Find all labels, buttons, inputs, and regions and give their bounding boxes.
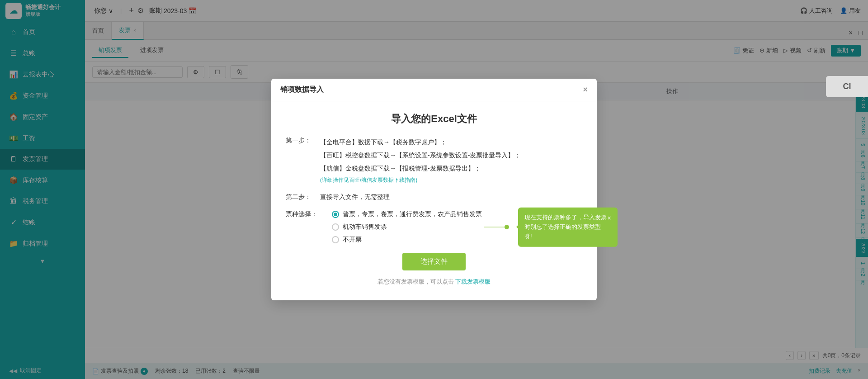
modal-title-body: 导入您的Excel文件 xyxy=(286,112,582,126)
step1-block: 第一步： 【全电平台】数据下载→【税务数字账户】； 【百旺】税控盘数据下载→【系… xyxy=(286,137,582,185)
modal-overlay: 销项数据导入 × 导入您的Excel文件 第一步： 【全电平台】数据下载→【税务… xyxy=(0,0,868,379)
radio-vehicle[interactable]: 机动车销售发票 × 现在支持的票种多了，导入发票时别忘了选择正确的发票类型呀! xyxy=(332,223,482,231)
radio-general-circle xyxy=(332,211,339,218)
tooltip-close[interactable]: × xyxy=(608,213,611,223)
modal-header: 销项数据导入 × xyxy=(271,79,597,101)
modal-footer-note: 若您没有发票模版，可以点击 下载发票模版 xyxy=(286,278,582,286)
modal-title-header: 销项数据导入 xyxy=(280,85,324,95)
select-file-button[interactable]: 选择文件 xyxy=(402,253,466,270)
radio-vehicle-label: 机动车销售发票 xyxy=(343,223,387,231)
radio-no-ticket[interactable]: 不开票 xyxy=(332,236,482,244)
ticket-type-label: 票种选择： 普票，专票，卷票，通行费发票，农产品销售发票 机动车销售发票 xyxy=(286,210,582,244)
step1-key: 第一步： xyxy=(286,137,313,185)
step1-label: 第一步： 【全电平台】数据下载→【税务数字账户】； 【百旺】税控盘数据下载→【系… xyxy=(286,137,582,185)
step1-content: 【全电平台】数据下载→【税务数字账户】； 【百旺】税控盘数据下载→【系统设置-系… xyxy=(320,137,582,185)
radio-general[interactable]: 普票，专票，卷票，通行费发票，农产品销售发票 xyxy=(332,210,482,218)
radio-no-ticket-circle xyxy=(332,236,339,243)
step2-text: 直接导入文件，无需整理 xyxy=(320,193,390,201)
tooltip-line xyxy=(484,227,506,227)
ci-badge: CI xyxy=(826,76,868,97)
tooltip-bubble: × 现在支持的票种多了，导入发票时别忘了选择正确的发票类型呀! xyxy=(518,208,618,246)
radio-vehicle-circle xyxy=(332,223,339,231)
step1-guide-link[interactable]: (详细操作见百旺/航信发票数据下载指南) xyxy=(320,177,417,183)
step1-line-3: 【航信】金税盘数据下载→【报税管理-发票数据导出】； xyxy=(320,163,582,174)
step2-label: 第二步： 直接导入文件，无需整理 xyxy=(286,193,582,201)
modal-close-button[interactable]: × xyxy=(583,85,588,95)
step1-line-2: 【百旺】税控盘数据下载→【系统设置-系统参数设置-发票批量导入】； xyxy=(320,150,582,161)
radio-no-ticket-label: 不开票 xyxy=(343,236,362,244)
modal-body: 导入您的Excel文件 第一步： 【全电平台】数据下载→【税务数字账户】； 【百… xyxy=(271,101,597,301)
ticket-type-key: 票种选择： xyxy=(286,210,317,244)
step2-key: 第二步： xyxy=(286,193,313,201)
radio-group: 普票，专票，卷票，通行费发票，农产品销售发票 机动车销售发票 × 现在支持的票种… xyxy=(332,210,482,244)
tooltip-text: 现在支持的票种多了，导入发票时别忘了选择正确的发票类型呀! xyxy=(524,214,607,240)
download-template-link[interactable]: 下载发票模版 xyxy=(455,278,491,285)
ticket-type-block: 票种选择： 普票，专票，卷票，通行费发票，农产品销售发票 机动车销售发票 xyxy=(286,210,582,244)
step2-block: 第二步： 直接导入文件，无需整理 xyxy=(286,193,582,201)
import-modal: 销项数据导入 × 导入您的Excel文件 第一步： 【全电平台】数据下载→【税务… xyxy=(271,79,597,301)
step1-line-1: 【全电平台】数据下载→【税务数字账户】； xyxy=(320,137,582,148)
radio-general-label: 普票，专票，卷票，通行费发票，农产品销售发票 xyxy=(343,210,482,218)
